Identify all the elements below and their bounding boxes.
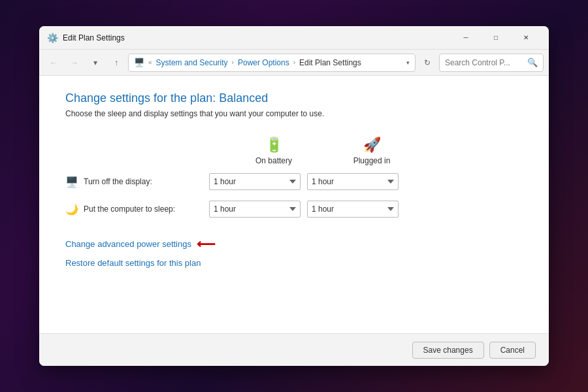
main-window: ⚙️ Edit Plan Settings ─ □ ✕ ← → ▾ ↑ 🖥️ «…: [39, 26, 549, 366]
display-battery-dropdown[interactable]: 1 hour Never 5 minutes 10 minutes 15 min…: [209, 173, 301, 190]
settings-table: 🔋 On battery 🚀 Plugged in 🖥️ Turn off th…: [65, 137, 523, 218]
nav-bar: ← → ▾ ↑ 🖥️ « System and Security › Power…: [39, 50, 549, 76]
plugged-column-header: 🚀 Plugged in: [323, 137, 421, 165]
page-subtitle: Choose the sleep and display settings th…: [65, 109, 523, 118]
sleep-icon: 🌙: [65, 203, 78, 216]
breadcrumb-arrow-2: ›: [293, 59, 295, 66]
restore-defaults-link[interactable]: Restore default settings for this plan: [65, 258, 201, 268]
maximize-button[interactable]: □: [481, 27, 511, 48]
battery-column-header: 🔋 On battery: [225, 137, 323, 165]
sleep-label: 🌙 Put the computer to sleep:: [65, 203, 209, 216]
up-button[interactable]: ↑: [107, 54, 125, 72]
display-plugged-dropdown[interactable]: 1 hour Never 5 minutes 10 minutes 15 min…: [307, 173, 399, 190]
display-plugged-dropdown-wrapper: 1 hour Never 5 minutes 10 minutes 15 min…: [307, 173, 405, 190]
forward-button[interactable]: →: [65, 54, 84, 72]
search-icon: 🔍: [527, 57, 538, 67]
close-button[interactable]: ✕: [511, 27, 541, 48]
title-bar: ⚙️ Edit Plan Settings ─ □ ✕: [39, 26, 549, 50]
save-changes-button[interactable]: Save changes: [412, 342, 484, 359]
battery-icon: 🔋: [265, 137, 283, 154]
advanced-power-settings-link[interactable]: Change advanced power settings: [65, 239, 191, 249]
page-title: Change settings for the plan: Balanced: [65, 91, 523, 105]
refresh-button[interactable]: ↻: [418, 54, 436, 72]
window-controls: ─ □ ✕: [451, 27, 541, 48]
sleep-battery-dropdown[interactable]: 1 hour Never 5 minutes 10 minutes 15 min…: [209, 201, 301, 218]
column-headers: 🔋 On battery 🚀 Plugged in: [65, 137, 523, 165]
sleep-plugged-dropdown-wrapper: 1 hour Never 5 minutes 10 minutes 15 min…: [307, 201, 405, 218]
breadcrumb-separator-0: «: [148, 59, 152, 66]
restore-link-wrapper: Restore default settings for this plan: [65, 258, 523, 268]
back-button[interactable]: ←: [44, 54, 63, 72]
display-icon: 🖥️: [65, 176, 78, 188]
sleep-label-text: Put the computer to sleep:: [84, 204, 175, 214]
links-section: Change advanced power settings ⟵ Restore…: [65, 236, 523, 268]
sleep-setting-row: 🌙 Put the computer to sleep: 1 hour Neve…: [65, 201, 523, 218]
breadcrumb-system-security[interactable]: System and Security: [156, 58, 228, 67]
arrow-indicator: ⟵: [197, 236, 216, 252]
cancel-button[interactable]: Cancel: [489, 342, 536, 359]
sleep-battery-dropdown-wrapper: 1 hour Never 5 minutes 10 minutes 15 min…: [209, 201, 307, 218]
search-input[interactable]: [445, 58, 525, 67]
recent-locations-button[interactable]: ▾: [86, 54, 105, 72]
plugged-label: Plugged in: [353, 156, 391, 165]
advanced-link-wrapper: Change advanced power settings ⟵: [65, 236, 523, 252]
display-setting-row: 🖥️ Turn off the display: 1 hour Never 5 …: [65, 173, 523, 190]
sleep-plugged-dropdown[interactable]: 1 hour Never 5 minutes 10 minutes 15 min…: [307, 201, 399, 218]
address-bar[interactable]: 🖥️ « System and Security › Power Options…: [128, 54, 416, 72]
address-icon: 🖥️: [134, 57, 144, 67]
breadcrumb-power-options[interactable]: Power Options: [238, 58, 289, 67]
breadcrumb-current: Edit Plan Settings: [299, 58, 361, 67]
content-area: Change settings for the plan: Balanced C…: [39, 76, 549, 333]
window-icon: ⚙️: [47, 33, 57, 43]
search-box[interactable]: 🔍: [439, 54, 544, 72]
display-label: 🖥️ Turn off the display:: [65, 176, 209, 188]
minimize-button[interactable]: ─: [451, 27, 481, 48]
battery-label: On battery: [255, 156, 292, 165]
display-label-text: Turn off the display:: [84, 177, 152, 186]
plugged-icon: 🚀: [363, 137, 381, 154]
address-bar-chevron-icon[interactable]: ▾: [406, 59, 410, 66]
breadcrumb-arrow-1: ›: [232, 59, 234, 66]
bottom-bar: Save changes Cancel: [39, 333, 549, 366]
window-title: Edit Plan Settings: [63, 33, 451, 42]
display-battery-dropdown-wrapper: 1 hour Never 5 minutes 10 minutes 15 min…: [209, 173, 307, 190]
